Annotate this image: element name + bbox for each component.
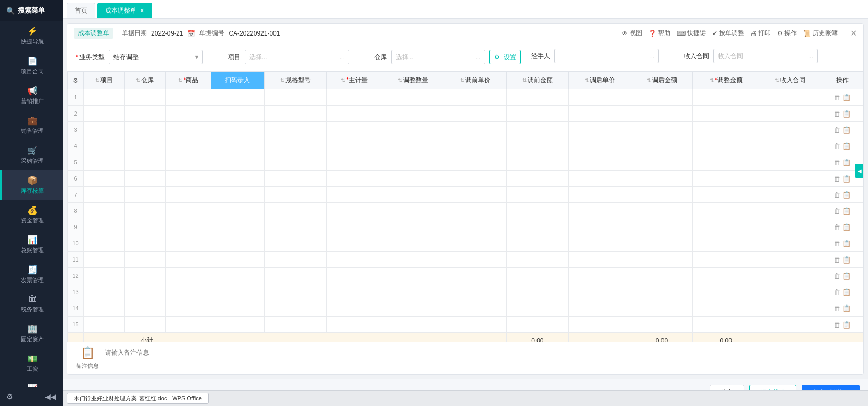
cell-project-1[interactable] (84, 89, 125, 106)
cell-project-6[interactable] (84, 171, 125, 187)
copy-icon[interactable]: 📋 (842, 175, 851, 183)
cell-spec-3[interactable] (264, 122, 326, 138)
cell-scan-3[interactable] (211, 122, 264, 138)
cell-after_amount-9[interactable] (631, 219, 693, 235)
cell-after_amount-14[interactable] (631, 300, 693, 317)
cell-project-2[interactable] (84, 106, 125, 122)
cell-project-14[interactable] (84, 300, 125, 317)
cell-adj_amount-5[interactable] (693, 154, 759, 171)
settings-btn[interactable]: ⚙ 设置 (489, 50, 521, 64)
cell-project-9[interactable] (84, 219, 125, 235)
sidebar-item-invoice[interactable]: 🧾发票管理 (0, 260, 63, 289)
cell-scan-5[interactable] (211, 154, 264, 171)
cell-unit-1[interactable] (326, 89, 382, 106)
delete-icon[interactable]: 🗑 (833, 126, 840, 134)
warehouse-select[interactable]: 选择... ... (391, 50, 485, 64)
cell-goods-6[interactable] (166, 171, 211, 187)
cell-prev_amount-4[interactable] (506, 138, 568, 154)
cell-unit-12[interactable] (326, 268, 382, 284)
cell-unit-11[interactable] (326, 252, 382, 268)
tab-cost-adjust[interactable]: 成本调整单✕ (97, 3, 152, 18)
cell-income_contract-10[interactable] (759, 235, 821, 252)
copy-icon[interactable]: 📋 (842, 240, 851, 247)
cell-unit-10[interactable] (326, 235, 382, 252)
cell-prev_unit_price-5[interactable] (444, 154, 507, 171)
taskbar-item[interactable]: 木门行业好业财处理方案-墓红红.doc - WPS Office (67, 393, 209, 404)
cell-spec-6[interactable] (264, 171, 326, 187)
copy-icon[interactable]: 📋 (842, 191, 851, 199)
cell-scan-4[interactable] (211, 138, 264, 154)
cell-prev_amount-8[interactable] (506, 203, 568, 219)
cell-prev_amount-13[interactable] (506, 284, 568, 300)
cell-goods-9[interactable] (166, 219, 211, 235)
cell-warehouse-11[interactable] (124, 252, 166, 268)
cell-adj_amount-11[interactable] (693, 252, 759, 268)
cell-prev_amount-9[interactable] (506, 219, 568, 235)
cell-prev_unit_price-3[interactable] (444, 122, 507, 138)
cell-prev_amount-6[interactable] (506, 171, 568, 187)
cell-spec-12[interactable] (264, 268, 326, 284)
cell-scan-13[interactable] (211, 284, 264, 300)
sidebar-item-ops[interactable]: 📈经营管理 (0, 378, 63, 387)
cell-spec-7[interactable] (264, 187, 326, 203)
cell-goods-15[interactable] (166, 317, 211, 333)
cell-scan-7[interactable] (211, 187, 264, 203)
notes-icon-block[interactable]: 📋 备注信息 (76, 346, 99, 370)
cell-adj_qty-3[interactable] (382, 122, 444, 138)
cell-prev_amount-1[interactable] (506, 89, 568, 106)
close-button[interactable]: ✕ (850, 28, 857, 38)
cell-after_amount-13[interactable] (631, 284, 693, 300)
cell-scan-9[interactable] (211, 219, 264, 235)
settings-icon[interactable]: ⚙ (6, 392, 13, 401)
cell-project-11[interactable] (84, 252, 125, 268)
copy-icon[interactable]: 📋 (842, 288, 851, 296)
cell-scan-14[interactable] (211, 300, 264, 317)
cell-spec-13[interactable] (264, 284, 326, 300)
cell-project-5[interactable] (84, 154, 125, 171)
cell-after_amount-15[interactable] (631, 317, 693, 333)
cell-warehouse-9[interactable] (124, 219, 166, 235)
sidebar-item-marketing[interactable]: 📢营销推广 (0, 81, 63, 110)
cell-prev_unit_price-9[interactable] (444, 219, 507, 235)
cell-warehouse-7[interactable] (124, 187, 166, 203)
cell-after_amount-10[interactable] (631, 235, 693, 252)
cell-adj_qty-8[interactable] (382, 203, 444, 219)
cell-unit-14[interactable] (326, 300, 382, 317)
sidebar-item-quick-nav[interactable]: ⚡快捷导航 (0, 21, 63, 51)
cell-adj_qty-5[interactable] (382, 154, 444, 171)
cell-adj_amount-10[interactable] (693, 235, 759, 252)
cell-after_amount-1[interactable] (631, 89, 693, 106)
cell-after_amount-8[interactable] (631, 203, 693, 219)
cell-spec-1[interactable] (264, 89, 326, 106)
cell-unit-13[interactable] (326, 284, 382, 300)
sidebar-item-project-contract[interactable]: 📄项目合同 (0, 51, 63, 81)
cell-warehouse-12[interactable] (124, 268, 166, 284)
cell-warehouse-6[interactable] (124, 171, 166, 187)
cell-adj_amount-2[interactable] (693, 106, 759, 122)
cell-project-8[interactable] (84, 203, 125, 219)
cell-unit-9[interactable] (326, 219, 382, 235)
cell-unit-2[interactable] (326, 106, 382, 122)
cell-after_amount-2[interactable] (631, 106, 693, 122)
cell-prev_unit_price-12[interactable] (444, 268, 507, 284)
cell-after_amount-4[interactable] (631, 138, 693, 154)
cell-adj_qty-9[interactable] (382, 219, 444, 235)
cell-prev_amount-7[interactable] (506, 187, 568, 203)
sidebar-item-inventory[interactable]: 📦库存核算 (0, 170, 63, 200)
cell-unit-7[interactable] (326, 187, 382, 203)
cell-goods-10[interactable] (166, 235, 211, 252)
cell-after_unit_price-6[interactable] (568, 171, 631, 187)
cell-goods-11[interactable] (166, 252, 211, 268)
cell-adj_amount-13[interactable] (693, 284, 759, 300)
cell-after_amount-5[interactable] (631, 154, 693, 171)
cell-after_amount-3[interactable] (631, 122, 693, 138)
cell-after_unit_price-13[interactable] (568, 284, 631, 300)
cell-spec-4[interactable] (264, 138, 326, 154)
cell-adj_qty-7[interactable] (382, 187, 444, 203)
cell-goods-14[interactable] (166, 300, 211, 317)
cell-warehouse-4[interactable] (124, 138, 166, 154)
cell-after_unit_price-10[interactable] (568, 235, 631, 252)
copy-icon[interactable]: 📋 (842, 272, 851, 280)
cell-unit-4[interactable] (326, 138, 382, 154)
cell-goods-8[interactable] (166, 203, 211, 219)
